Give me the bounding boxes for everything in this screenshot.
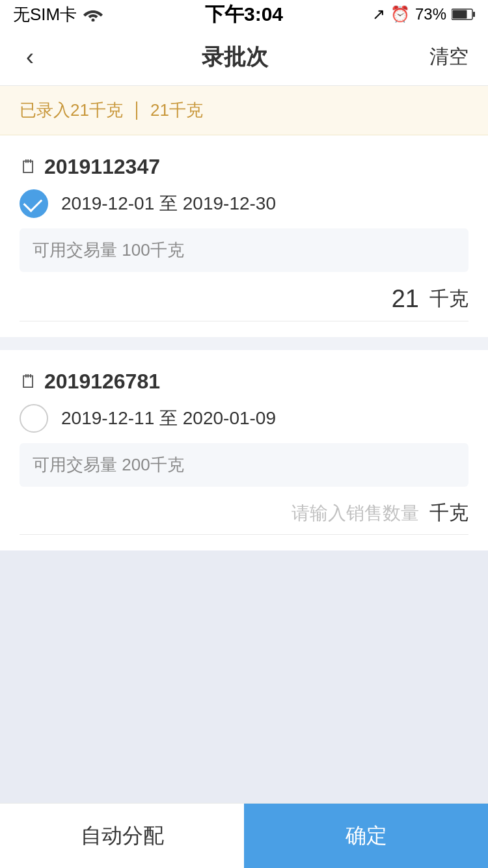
batch-doc-icon-1: 🗒	[20, 371, 38, 392]
available-text-0: 可用交易量 100千克	[33, 240, 184, 260]
summary-banner: 已录入21千克 21千克	[0, 86, 488, 135]
battery-text: 73%	[415, 5, 446, 23]
alarm-icon: ⏰	[390, 5, 410, 23]
quantity-unit-1: 千克	[429, 500, 468, 526]
svg-rect-3	[453, 10, 467, 19]
batch-id-row-0: 🗒 2019112347	[20, 155, 468, 179]
available-text-1: 可用交易量 200千克	[33, 455, 184, 474]
status-bar: 无SIM卡 下午3:04 ↗ ⏰ 73%	[0, 0, 488, 29]
confirm-label: 确定	[346, 822, 387, 850]
auto-distribute-button[interactable]: 自动分配	[0, 804, 244, 868]
clear-button[interactable]: 清空	[429, 44, 468, 70]
batch-id-row-1: 🗒 2019126781	[20, 370, 468, 394]
date-range-1: 2019-12-11 至 2020-01-09	[61, 406, 276, 431]
status-right: ↗ ⏰ 73%	[372, 5, 475, 23]
quantity-unit-0: 千克	[429, 286, 468, 312]
svg-point-0	[92, 19, 95, 22]
svg-rect-2	[473, 12, 475, 17]
confirm-button[interactable]: 确定	[244, 804, 488, 868]
wifi-icon	[83, 7, 103, 21]
batch-card-0: 🗒 2019112347 2019-12-01 至 2019-12-30 可用交…	[0, 135, 488, 337]
quantity-input-row-1[interactable]: 请输入销售数量 千克	[20, 500, 468, 535]
quantity-value-0: 21	[392, 285, 419, 313]
auto-distribute-label: 自动分配	[81, 822, 164, 850]
date-row-1: 2019-12-11 至 2020-01-09	[20, 404, 468, 433]
available-row-0: 可用交易量 100千克	[20, 228, 468, 272]
available-row-1: 可用交易量 200千克	[20, 443, 468, 487]
carrier-text: 无SIM卡	[13, 3, 77, 26]
card-divider	[0, 337, 488, 350]
batch-doc-icon-0: 🗒	[20, 156, 38, 178]
nav-bar: ‹ 录批次 清空	[0, 29, 488, 86]
battery-icon	[452, 8, 475, 20]
quantity-placeholder-1: 请输入销售数量	[20, 501, 419, 526]
quantity-row-0: 21 千克	[20, 285, 468, 321]
recorded-label: 已录入21千克	[20, 99, 123, 122]
back-button[interactable]: ‹	[20, 37, 40, 77]
status-carrier: 无SIM卡	[13, 3, 103, 26]
batch-id-0: 2019112347	[44, 155, 160, 179]
radio-1[interactable]	[20, 404, 48, 433]
page-title: 录批次	[202, 42, 268, 72]
total-label: 21千克	[150, 99, 203, 122]
date-row-0: 2019-12-01 至 2019-12-30	[20, 189, 468, 218]
radio-0[interactable]	[20, 189, 48, 218]
status-time: 下午3:04	[205, 1, 283, 28]
empty-area	[0, 550, 488, 811]
location-icon: ↗	[372, 5, 385, 23]
batch-id-1: 2019126781	[44, 370, 160, 394]
summary-divider	[136, 102, 137, 120]
bottom-bar: 自动分配 确定	[0, 803, 488, 868]
date-range-0: 2019-12-01 至 2019-12-30	[61, 191, 276, 216]
batch-card-1: 🗒 2019126781 2019-12-11 至 2020-01-09 可用交…	[0, 350, 488, 550]
